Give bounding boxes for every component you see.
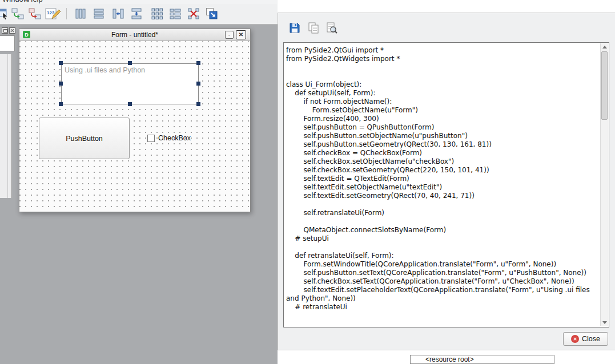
splitter-vertical-button[interactable] bbox=[129, 6, 144, 21]
arrow-up-icon bbox=[602, 46, 607, 48]
break-layout-button[interactable] bbox=[186, 6, 201, 21]
close-dialog-button[interactable]: ✕ Close bbox=[563, 332, 608, 346]
find-icon bbox=[325, 21, 339, 35]
widgetbox-filter-input[interactable] bbox=[0, 35, 15, 51]
close-button-label: Close bbox=[582, 335, 600, 343]
layout-grid-button[interactable] bbox=[150, 6, 164, 21]
qt-designer-screen: Window Help bbox=[0, 0, 615, 364]
edit-signals-slots-icon bbox=[11, 7, 25, 21]
adjust-size-button[interactable] bbox=[204, 6, 219, 21]
form-minimize-button[interactable]: - bbox=[225, 31, 234, 39]
toolbar-separator bbox=[66, 8, 67, 19]
pushbutton-widget[interactable]: PushButton bbox=[39, 118, 130, 159]
main-toolbar: 123 bbox=[0, 4, 278, 25]
edit-buddies-icon bbox=[28, 7, 42, 21]
copy-icon bbox=[307, 21, 320, 35]
menu-item-help[interactable]: Help bbox=[27, 0, 43, 3]
edit-signals-slots-button[interactable] bbox=[10, 6, 25, 21]
break-layout-icon bbox=[187, 7, 200, 21]
selection-handle-bottom-left[interactable] bbox=[59, 102, 63, 106]
form-window-title: Form - untitled* bbox=[111, 31, 158, 39]
layout-form-button[interactable] bbox=[168, 6, 183, 21]
copy-all-button[interactable] bbox=[306, 21, 321, 35]
mdi-workspace: D Form - untitled* - ✕ Using .ui files a… bbox=[0, 25, 278, 364]
resource-root-item[interactable]: <resource root> bbox=[425, 355, 474, 363]
save-code-button[interactable] bbox=[287, 21, 302, 35]
dock-close-button[interactable] bbox=[9, 27, 15, 34]
edit-widgets-button[interactable] bbox=[0, 6, 10, 21]
checkbox-box[interactable] bbox=[147, 135, 155, 142]
designer-form-icon: D bbox=[23, 31, 30, 38]
close-red-icon: ✕ bbox=[571, 335, 579, 343]
form-window-titlebar[interactable]: D Form - untitled* - ✕ bbox=[19, 29, 250, 41]
textedit-widget[interactable]: Using .ui files and Python bbox=[61, 63, 199, 104]
edit-tab-order-icon: 123 bbox=[45, 7, 62, 21]
menu-bar: Window Help bbox=[0, 0, 277, 4]
menu-item-window[interactable]: Window bbox=[2, 0, 29, 3]
scrollbar-up-button[interactable] bbox=[601, 43, 608, 51]
selection-handle-right-middle[interactable] bbox=[196, 82, 200, 86]
adjust-size-icon bbox=[205, 7, 219, 21]
find-in-code-button[interactable] bbox=[324, 21, 339, 35]
widgetbox-scrollbar[interactable] bbox=[0, 54, 12, 198]
layout-horizontal-icon bbox=[74, 7, 87, 21]
scrollbar-thumb[interactable] bbox=[601, 51, 608, 120]
checkbox-widget[interactable]: CheckBox bbox=[147, 134, 191, 142]
selection-handle-bottom-right[interactable] bbox=[196, 102, 200, 106]
layout-form-icon bbox=[168, 7, 182, 21]
code-vertical-scrollbar[interactable] bbox=[600, 43, 608, 326]
dock-float-button[interactable] bbox=[2, 27, 8, 34]
code-text: from PySide2.QtGui import * from PySide2… bbox=[284, 43, 609, 312]
code-text-area[interactable]: from PySide2.QtGui import * from PySide2… bbox=[283, 42, 609, 327]
splitter-horizontal-button[interactable] bbox=[111, 6, 126, 21]
selection-handle-bottom-middle[interactable] bbox=[128, 102, 132, 106]
layout-vertical-button[interactable] bbox=[91, 6, 106, 21]
selection-handle-top-right[interactable] bbox=[196, 61, 200, 65]
splitter-vertical-icon bbox=[130, 7, 143, 21]
resource-browser-panel: <resource root> bbox=[410, 355, 554, 364]
arrow-down-icon bbox=[602, 321, 607, 324]
layout-vertical-icon bbox=[92, 7, 106, 21]
scrollbar-down-button[interactable] bbox=[601, 319, 608, 326]
selection-handle-top-left[interactable] bbox=[59, 61, 63, 65]
python-code-viewer-dialog: from PySide2.QtGui import * from PySide2… bbox=[278, 13, 615, 350]
splitter-horizontal-icon bbox=[111, 7, 125, 21]
layout-horizontal-button[interactable] bbox=[73, 6, 88, 21]
edit-tab-order-button[interactable]: 123 bbox=[45, 6, 62, 21]
form-close-button[interactable]: ✕ bbox=[236, 30, 246, 39]
edit-buddies-button[interactable] bbox=[27, 6, 42, 21]
selection-handle-top-middle[interactable] bbox=[128, 61, 132, 65]
textedit-placeholder: Using .ui files and Python bbox=[62, 64, 198, 76]
edit-widgets-icon bbox=[0, 7, 9, 21]
checkbox-label: CheckBox bbox=[158, 134, 191, 142]
save-icon bbox=[288, 21, 302, 35]
layout-grid-icon bbox=[150, 7, 164, 21]
form-editor-window: D Form - untitled* - ✕ Using .ui files a… bbox=[19, 29, 251, 212]
selection-handle-left-middle[interactable] bbox=[59, 82, 63, 86]
